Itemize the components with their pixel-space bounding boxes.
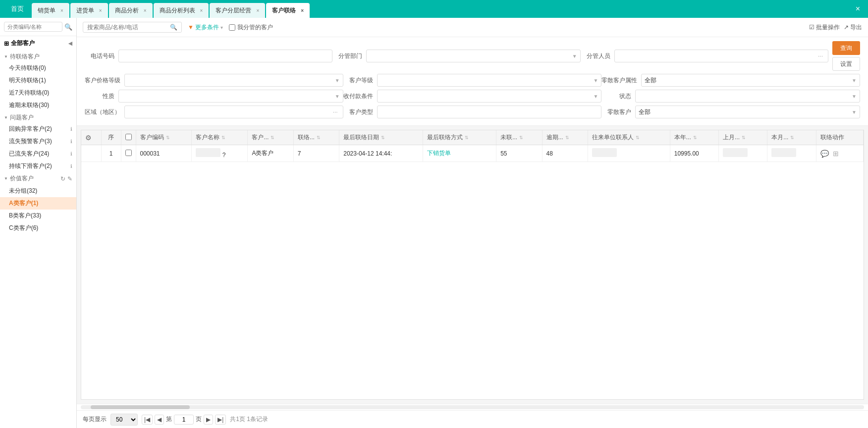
sidebar-item-c-class[interactable]: C类客户(6) <box>0 222 76 234</box>
main-search-input[interactable] <box>87 24 167 31</box>
col-unit-contact[interactable]: 往来单位联系人 ⇅ <box>588 130 670 145</box>
nav-tab-2[interactable]: 进货单 × <box>70 3 108 18</box>
row-name-cell: ? <box>192 145 248 162</box>
page-number-input[interactable] <box>174 415 194 425</box>
cust-grade-select[interactable]: ▼ <box>377 74 602 87</box>
sidebar-collapse-icon[interactable]: ◀ <box>68 41 72 46</box>
settings-btn[interactable]: 设置 <box>832 57 860 71</box>
refresh-icon[interactable]: ↻ <box>60 175 65 182</box>
phone-input[interactable] <box>118 50 332 62</box>
close-tab-6[interactable]: × <box>301 8 304 13</box>
main-layout: 🔍 ⊞ 全部客户 ◀ ▼ 待联络客户 今天待联络(0) 明天待联络(1) 近7天… <box>0 18 868 428</box>
nav-home[interactable]: 首页 <box>4 0 31 18</box>
col-contact[interactable]: 联络... ⇅ <box>293 130 339 145</box>
sidebar-item-today[interactable]: 今天待联络(0) <box>0 62 76 74</box>
col-last-month[interactable]: 上月... ⇅ <box>719 130 767 145</box>
page-unit: 页 <box>196 415 202 424</box>
close-tab-5[interactable]: × <box>256 8 259 13</box>
phone-label: 电话号码 <box>85 52 114 60</box>
sidebar-item-a-class[interactable]: A类客户(1) <box>0 197 76 210</box>
batch-op-btn[interactable]: ☑ 批量操作 <box>809 23 840 32</box>
nav-tab-1[interactable]: 销货单 × <box>32 3 69 18</box>
person-more-dots[interactable]: ··· <box>816 53 825 59</box>
more-conditions-btn[interactable]: ▼ 更多条件 ▾ <box>188 23 223 32</box>
query-btn[interactable]: 查询 <box>832 41 860 55</box>
sidebar-item-declining[interactable]: 持续下滑客户(2) ℹ <box>0 160 76 172</box>
sidebar-item-b-class[interactable]: B类客户(33) <box>0 210 76 222</box>
thismonth-sort-icon: ⇅ <box>790 135 794 140</box>
close-tab-1[interactable]: × <box>60 8 63 13</box>
close-tab-3[interactable]: × <box>144 8 147 13</box>
close-tab-2[interactable]: × <box>99 8 102 13</box>
row-type-cell: A类客户 <box>248 145 293 162</box>
close-all-tabs[interactable]: × <box>852 4 864 13</box>
export-btn[interactable]: ↗ 导出 <box>844 23 862 32</box>
status-select[interactable]: ▼ <box>635 90 860 103</box>
last-page-btn[interactable]: ▶| <box>215 415 226 425</box>
qr-icon[interactable]: ⊞ <box>833 150 839 158</box>
nature-select[interactable]: ▼ <box>118 90 343 103</box>
pending-contact-group[interactable]: ▼ 待联络客户 <box>0 51 76 62</box>
col-not-contact[interactable]: 未联... ⇅ <box>496 130 542 145</box>
my-customers-check[interactable] <box>229 24 235 31</box>
sidebar-item-7days[interactable]: 近7天待联络(0) <box>0 87 76 99</box>
payment-select[interactable]: ▼ <box>377 90 602 103</box>
cust-type-select[interactable] <box>377 106 602 118</box>
prev-page-btn[interactable]: ◀ <box>155 415 164 425</box>
filter-cell-person: 分管人员 ··· <box>581 50 828 62</box>
retail-attr-select[interactable]: 全部 ▼ <box>641 74 860 87</box>
value-customers-label[interactable]: ▼ 价值客户 <box>4 174 34 183</box>
next-page-btn[interactable]: ▶ <box>204 415 213 425</box>
nav-tab-3[interactable]: 商品分析 × <box>109 3 153 18</box>
edit-icon[interactable]: ✎ <box>67 175 72 182</box>
settings-gear-icon[interactable]: ⚙ <box>85 134 92 142</box>
dept-select[interactable]: ▼ <box>366 50 580 62</box>
row-checkbox[interactable] <box>125 150 132 156</box>
retail-cust-label: 零散客户 <box>601 108 631 116</box>
sidebar-item-churn-warning[interactable]: 流失预警客户(3) ℹ <box>0 135 76 148</box>
first-page-btn[interactable]: |◀ <box>142 415 153 425</box>
row-last-contact-way-cell[interactable]: 下销货单 <box>423 145 496 162</box>
my-customers-checkbox[interactable]: 我分管的客户 <box>229 23 273 32</box>
price-grade-select[interactable]: ▼ <box>124 74 343 87</box>
col-last-contact-date[interactable]: 最后联络日期 ⇅ <box>339 130 423 145</box>
col-last-contact-way[interactable]: 最后联络方式 ⇅ <box>423 130 496 145</box>
col-this-month[interactable]: 本月... ⇅ <box>767 130 816 145</box>
contact-way-link[interactable]: 下销货单 <box>427 150 451 157</box>
info-icon-4: ℹ <box>70 163 72 169</box>
per-page-select[interactable]: 50 100 <box>110 414 138 426</box>
problem-customers-group[interactable]: ▼ 问题客户 <box>0 111 76 123</box>
col-code[interactable]: 客户编码 ⇅ <box>136 130 192 145</box>
sidebar-item-repurchase[interactable]: 回购异常客户(2) ℹ <box>0 123 76 135</box>
close-tab-4[interactable]: × <box>200 8 203 13</box>
col-type[interactable]: 客户... ⇅ <box>248 130 293 145</box>
search-icon[interactable]: 🔍 <box>170 24 177 31</box>
person-select[interactable]: ··· <box>614 50 828 62</box>
row-this-year-cell: 10995.00 <box>670 145 718 162</box>
info-icon-2: ℹ <box>70 139 72 144</box>
row-checkbox-cell[interactable] <box>121 145 136 162</box>
scroll-thumb[interactable] <box>91 405 190 409</box>
sidebar-item-overdue[interactable]: 逾期未联络(30) <box>0 99 76 111</box>
sidebar-search-input[interactable] <box>4 22 62 32</box>
scroll-track <box>81 405 864 409</box>
sidebar-search-icon[interactable]: 🔍 <box>64 23 72 31</box>
region-select[interactable]: ··· <box>124 106 343 118</box>
sidebar-item-churned[interactable]: 已流失客户(24) ℹ <box>0 148 76 160</box>
all-customers-header[interactable]: ⊞ 全部客户 ◀ <box>0 36 76 51</box>
col-overdue[interactable]: 逾期... ⇅ <box>542 130 588 145</box>
nav-tab-6[interactable]: 客户联络 × <box>266 3 310 18</box>
bottom-bar: 每页显示 50 100 |◀ ◀ 第 页 ▶ ▶| 共1页 1条记录 <box>77 410 868 428</box>
sidebar-item-ungrouped[interactable]: 未分组(32) <box>0 185 76 197</box>
nav-tab-4[interactable]: 商品分析列表 × <box>154 3 209 18</box>
select-all-checkbox[interactable] <box>125 134 132 140</box>
region-more-dots[interactable]: ··· <box>331 108 340 115</box>
unit-contact-placeholder <box>592 148 617 157</box>
nav-tab-5[interactable]: 客户分层经营 × <box>210 3 265 18</box>
retail-cust-select[interactable]: 全部 ▼ <box>635 106 860 118</box>
price-grade-label: 客户价格等级 <box>85 76 120 85</box>
sidebar-item-tomorrow[interactable]: 明天待联络(1) <box>0 74 76 87</box>
col-name[interactable]: 客户名称 ⇅ <box>192 130 248 145</box>
chat-icon[interactable]: 💬 <box>820 150 829 158</box>
col-this-year[interactable]: 本年... ⇅ <box>670 130 718 145</box>
